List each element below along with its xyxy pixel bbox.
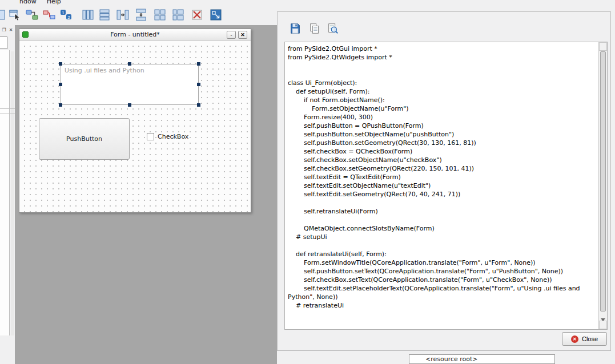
dock-close-button[interactable]: ✕ <box>7 27 14 34</box>
code-vertical-scrollbar[interactable] <box>598 42 607 329</box>
edit-widgets-icon <box>8 8 22 22</box>
widgetbox-list[interactable] <box>0 50 10 335</box>
textedit-placeholder: Using .ui files and Python <box>65 67 195 74</box>
scrollbar-down-button[interactable] <box>599 321 607 329</box>
layout-horizontal-icon <box>81 8 95 22</box>
widgetbox-scrollbar[interactable] <box>11 51 14 335</box>
layout-splitter-vertical-button[interactable] <box>133 7 149 23</box>
form-editor-window: Form - untitled* - ✕ Using .ui files and… <box>19 29 251 213</box>
copy-icon <box>308 22 321 35</box>
layout-splitter-horizontal-icon <box>116 8 130 22</box>
save-icon <box>289 22 302 35</box>
resize-handle-bottom-right[interactable] <box>197 103 200 107</box>
clipped-toolbar-icon <box>0 8 7 22</box>
resize-handle-mid-right[interactable] <box>197 83 200 86</box>
edit-buddies-button[interactable] <box>41 7 57 23</box>
resource-browser-panel: <resource root> <box>409 354 555 364</box>
break-layout-icon <box>190 8 204 22</box>
adjust-size-icon <box>209 8 223 22</box>
dock-separator <box>0 114 15 114</box>
main-toolbar: 1 2 <box>0 5 286 25</box>
layout-splitter-horizontal-button[interactable] <box>115 7 131 23</box>
layout-vertical-icon <box>98 8 111 22</box>
resize-handle-top-right[interactable] <box>197 62 200 66</box>
resize-handle-bottom-center[interactable] <box>128 103 131 107</box>
textedit-box[interactable]: Using .ui files and Python <box>61 64 199 105</box>
layout-horizontal-button[interactable] <box>80 7 96 23</box>
qt-designer-window: ndow Help <box>0 0 615 364</box>
layout-grid-icon <box>153 8 167 22</box>
close-dialog-button[interactable]: ✕ Close <box>562 332 607 346</box>
form-minimize-button[interactable]: - <box>227 31 236 39</box>
pushbutton-label: PushButton <box>66 135 102 143</box>
code-text[interactable]: from PySide2.QtGui import * from PySide2… <box>285 42 599 312</box>
scrollbar-up-button[interactable] <box>599 42 607 51</box>
edit-signals-slots-button[interactable] <box>24 7 40 23</box>
form-window-titlebar[interactable]: Form - untitled* - ✕ <box>19 29 251 41</box>
form-window-title: Form - untitled* <box>19 31 251 38</box>
close-x-icon: ✕ <box>571 335 578 343</box>
dock-separator <box>0 108 15 109</box>
code-view[interactable]: from PySide2.QtGui import * from PySide2… <box>284 42 608 330</box>
code-preview-dialog: from PySide2.QtGui import * from PySide2… <box>277 11 611 351</box>
save-code-button[interactable] <box>288 21 303 36</box>
svg-text:1: 1 <box>62 10 65 15</box>
edit-buddies-icon <box>42 8 56 22</box>
break-layout-button[interactable] <box>189 7 205 23</box>
resize-handle-top-center[interactable] <box>128 62 131 66</box>
arrow-down-icon <box>601 318 605 330</box>
svg-text:2: 2 <box>67 15 70 20</box>
edit-signals-slots-icon <box>25 8 39 22</box>
panel-divider <box>554 354 555 364</box>
layout-grid-button[interactable] <box>152 7 168 23</box>
resize-handle-top-left[interactable] <box>59 62 62 66</box>
find-code-button[interactable] <box>325 21 340 36</box>
resize-handle-mid-left[interactable] <box>59 83 62 86</box>
form-close-button[interactable]: ✕ <box>238 31 247 39</box>
layout-splitter-vertical-icon <box>134 8 148 22</box>
checkbox-label: CheckBox <box>158 133 188 140</box>
menu-item-help[interactable]: Help <box>47 0 61 5</box>
pushbutton-widget[interactable]: PushButton <box>39 118 130 160</box>
form-canvas[interactable]: Using .ui files and Python PushButton Ch… <box>19 41 251 212</box>
adjust-size-button[interactable] <box>208 7 224 23</box>
edit-tab-order-button[interactable]: 1 2 <box>58 7 74 23</box>
checkbox-box[interactable] <box>147 133 154 140</box>
menubar: ndow Help <box>0 0 615 5</box>
layout-vertical-button[interactable] <box>97 7 112 23</box>
textedit-widget[interactable]: Using .ui files and Python <box>61 64 199 105</box>
scrollbar-thumb[interactable] <box>600 51 606 312</box>
copy-code-button[interactable] <box>307 21 322 36</box>
checkbox-widget[interactable]: CheckBox <box>147 133 188 140</box>
widgetbox-filter-input[interactable] <box>0 37 7 49</box>
layout-form-button[interactable] <box>170 7 186 23</box>
close-button-label: Close <box>582 335 598 342</box>
menu-item-window[interactable]: ndow <box>19 0 37 5</box>
layout-form-icon <box>171 8 185 22</box>
find-icon <box>327 22 339 35</box>
resize-handle-bottom-left[interactable] <box>59 103 62 107</box>
edit-tab-order-icon: 1 2 <box>59 8 73 22</box>
edit-widgets-button[interactable] <box>7 7 23 23</box>
dock-float-button[interactable]: ❐ <box>1 27 7 34</box>
resource-root-item[interactable]: <resource root> <box>409 355 554 363</box>
